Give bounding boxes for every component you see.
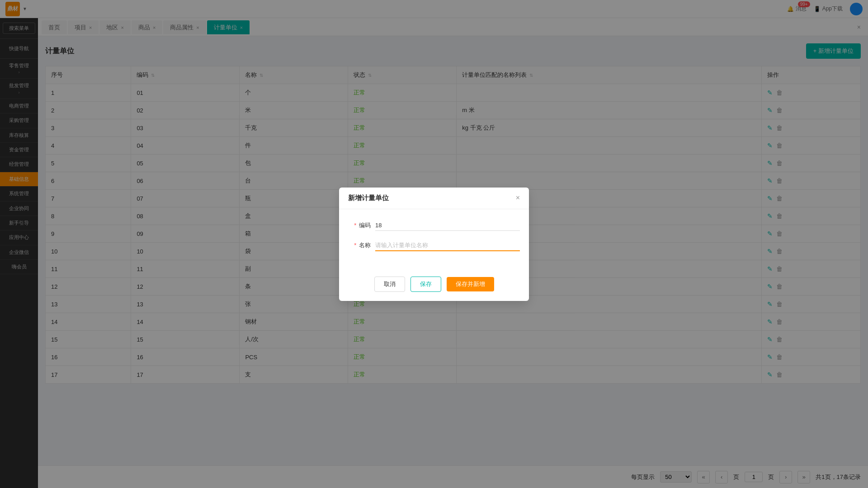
code-label: * 编码 <box>348 221 375 230</box>
save-button[interactable]: 保存 <box>410 277 441 292</box>
modal-overlay[interactable]: 新增计量单位 × * 编码 * 名称 取消 保存 保存并新增 <box>0 0 868 488</box>
modal-footer: 取消 保存 保存并新增 <box>339 271 529 301</box>
add-unit-modal: 新增计量单位 × * 编码 * 名称 取消 保存 保存并新增 <box>339 188 529 301</box>
modal-body: * 编码 * 名称 <box>339 209 529 271</box>
name-form-row: * 名称 <box>348 240 520 251</box>
name-input[interactable] <box>375 240 520 251</box>
required-star-code: * <box>354 222 356 229</box>
modal-title: 新增计量单位 <box>348 194 389 202</box>
modal-header: 新增计量单位 × <box>339 188 529 209</box>
code-form-row: * 编码 <box>348 220 520 231</box>
required-star-name: * <box>354 242 356 249</box>
cancel-button[interactable]: 取消 <box>374 277 405 292</box>
code-input[interactable] <box>375 220 520 231</box>
modal-close-button[interactable]: × <box>516 194 520 202</box>
save-and-new-button[interactable]: 保存并新增 <box>447 277 494 291</box>
name-label: * 名称 <box>348 241 375 249</box>
